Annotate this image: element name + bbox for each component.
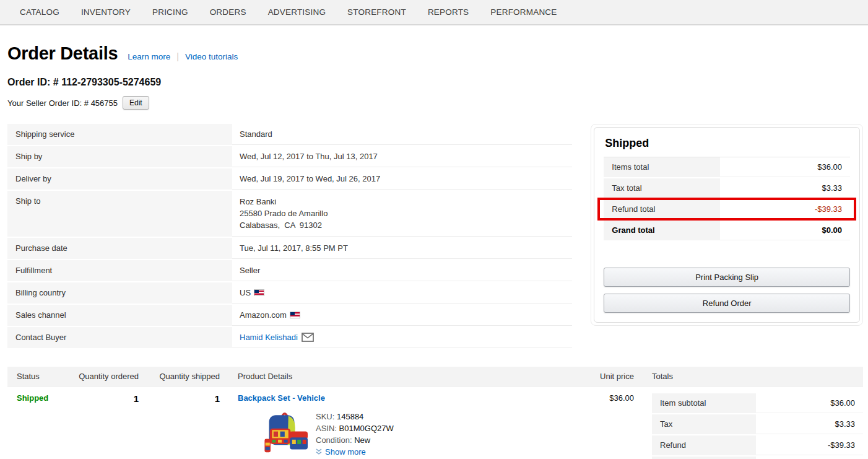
table-row: Shipped 1 1 Backpack Set - Vehicle (7, 387, 863, 459)
show-more-label[interactable]: Show more (325, 446, 366, 458)
product-condition-row: Condition: New (316, 434, 394, 446)
page-content: Order Details Learn more | Video tutoria… (0, 43, 868, 459)
print-packing-slip-button[interactable]: Print Packing Slip (604, 268, 850, 287)
qty-ordered-column-header: Quantity ordered (69, 372, 139, 381)
sales-channel-label: Sales channel (7, 305, 232, 326)
ship-by-label: Ship by (7, 146, 232, 167)
order-id-heading: Order ID: # 112-2793305-5274659 (7, 77, 863, 88)
envelope-icon[interactable] (302, 333, 314, 342)
seller-order-id-text: Your Seller Order ID: # 456755 (7, 98, 118, 108)
buyer-name[interactable]: Hamid Kelishadi (240, 332, 298, 343)
nav-item-pricing[interactable]: PRICING (152, 7, 188, 17)
table-row: Purchase date Tue, Jul 11, 2017, 8:55 PM… (7, 238, 572, 260)
item-status: Shipped (7, 393, 69, 459)
top-navigation: CATALOG INVENTORY PRICING ORDERS ADVERTI… (0, 0, 868, 25)
product-title-link[interactable]: Backpack Set - Vehicle (238, 393, 325, 403)
video-tutorials-link[interactable]: Video tutorials (185, 52, 238, 61)
unit-price-column-header: Unit price (573, 372, 634, 381)
sku-value: 145884 (337, 412, 363, 421)
item-total-label: Item total (652, 457, 756, 459)
deliver-by-label: Deliver by (7, 168, 232, 190)
deliver-by-value: Wed, Jul 19, 2017 to Wed, Jul 26, 2017 (232, 168, 572, 190)
product-details-column-header: Product Details (220, 372, 573, 381)
item-subtotal-label: Item subtotal (652, 393, 756, 413)
item-totals: Item subtotal $36.00 Tax $3.33 Refund -$… (634, 393, 863, 459)
nav-item-inventory[interactable]: INVENTORY (81, 7, 131, 17)
contact-buyer-link[interactable]: Hamid Kelishadi (240, 332, 314, 343)
item-refund-value: -$39.33 (756, 435, 863, 455)
table-row: Refund total -$39.33 (604, 199, 850, 221)
sales-channel-value: Amazon.com (232, 305, 572, 326)
item-total-value: $0.00 (756, 457, 863, 459)
contact-buyer-value: Hamid Kelishadi (232, 327, 572, 348)
ship-to-street: 25580 Prado de Amarillo (240, 208, 565, 219)
tax-total-label: Tax total (604, 178, 720, 198)
shipment-summary-panel: Shipped Items total $36.00 Tax total $3.… (594, 127, 860, 323)
product-sku-row: SKU: 145884 (316, 411, 394, 422)
nav-item-reports[interactable]: REPORTS (428, 7, 469, 17)
ship-to-address: Roz Banki 25580 Prado de Amarillo Calaba… (232, 191, 572, 237)
item-qty-ordered: 1 (69, 393, 139, 459)
condition-value: New (354, 435, 370, 445)
table-row: Shipping service Standard (7, 124, 572, 146)
item-totals-table: Item subtotal $36.00 Tax $3.33 Refund -$… (652, 393, 863, 459)
nav-item-storefront[interactable]: STOREFRONT (347, 7, 406, 17)
refund-total-value: -$39.33 (720, 199, 850, 219)
table-row: Items total $36.00 (604, 157, 850, 178)
billing-country-label: Billing country (7, 282, 232, 304)
status-column-header: Status (7, 372, 69, 381)
billing-country-value: US (232, 282, 572, 304)
fulfillment-label: Fulfillment (7, 260, 232, 281)
item-refund-label: Refund (652, 435, 756, 455)
asin-label: ASIN: (316, 424, 337, 433)
refund-order-button[interactable]: Refund Order (604, 294, 850, 313)
condition-label: Condition: (316, 435, 352, 445)
table-row: Ship by Wed, Jul 12, 2017 to Thu, Jul 13… (7, 146, 572, 168)
nav-item-advertising[interactable]: ADVERTISING (268, 7, 326, 17)
learn-more-link[interactable]: Learn more (128, 52, 170, 61)
totals-column-header: Totals (634, 372, 863, 381)
table-row: Ship to Roz Banki 25580 Prado de Amarill… (7, 191, 572, 238)
show-more-row: Show more (316, 446, 394, 458)
contact-buyer-label: Contact Buyer (7, 327, 232, 348)
product-image[interactable] (261, 411, 310, 458)
sku-label: SKU: (316, 412, 334, 421)
purchase-date-label: Purchase date (7, 238, 232, 259)
table-row: Item subtotal $36.00 (652, 393, 863, 414)
product-asin-row: ASIN: B01M0GQ27W (316, 422, 394, 434)
seller-order-id-row: Your Seller Order ID: # 456755 Edit (7, 96, 863, 110)
table-row: Contact Buyer Hamid Kelishadi (7, 327, 572, 349)
order-details-table: Shipping service Standard Ship by Wed, J… (7, 124, 572, 349)
shipment-summary-outer: Shipped Items total $36.00 Tax total $3.… (591, 124, 863, 326)
ship-to-name: Roz Banki (240, 196, 565, 208)
item-unit-price: $36.00 (573, 393, 634, 459)
nav-item-orders[interactable]: ORDERS (210, 7, 246, 17)
grand-total-value: $0.00 (720, 221, 850, 240)
product-meta: SKU: 145884 ASIN: B01M0GQ27W Condition: … (316, 411, 394, 458)
item-product-details: Backpack Set - Vehicle (220, 393, 573, 459)
items-table-header: Status Quantity ordered Quantity shipped… (7, 367, 863, 387)
item-tax-label: Tax (652, 414, 756, 434)
nav-item-performance[interactable]: PERFORMANCE (490, 7, 557, 17)
show-more-link[interactable]: Show more (316, 446, 366, 458)
us-flag-icon (254, 289, 264, 296)
item-qty-shipped: 1 (139, 393, 220, 459)
table-row: Refund -$39.33 (652, 435, 863, 457)
asin-value: B01M0GQ27W (339, 424, 394, 433)
main-columns: Shipping service Standard Ship by Wed, J… (7, 124, 863, 349)
nav-item-catalog[interactable]: CATALOG (20, 7, 59, 17)
tax-total-value: $3.33 (720, 178, 850, 198)
table-row: Deliver by Wed, Jul 19, 2017 to Wed, Jul… (7, 168, 572, 191)
items-total-label: Items total (604, 157, 720, 177)
chevron-double-down-icon[interactable] (316, 448, 322, 455)
table-row: Fulfillment Seller (7, 260, 572, 282)
shipment-actions: Print Packing Slip Refund Order (604, 268, 850, 313)
purchase-date-value: Tue, Jul 11, 2017, 8:55 PM PT (232, 238, 572, 259)
page-title: Order Details (7, 43, 118, 64)
item-subtotal-value: $36.00 (756, 393, 863, 413)
page-header: Order Details Learn more | Video tutoria… (7, 43, 863, 64)
table-row: Tax total $3.33 (604, 178, 850, 199)
billing-country-code: US (240, 288, 251, 297)
edit-seller-order-id-button[interactable]: Edit (123, 96, 149, 110)
table-row: Sales channel Amazon.com (7, 305, 572, 327)
